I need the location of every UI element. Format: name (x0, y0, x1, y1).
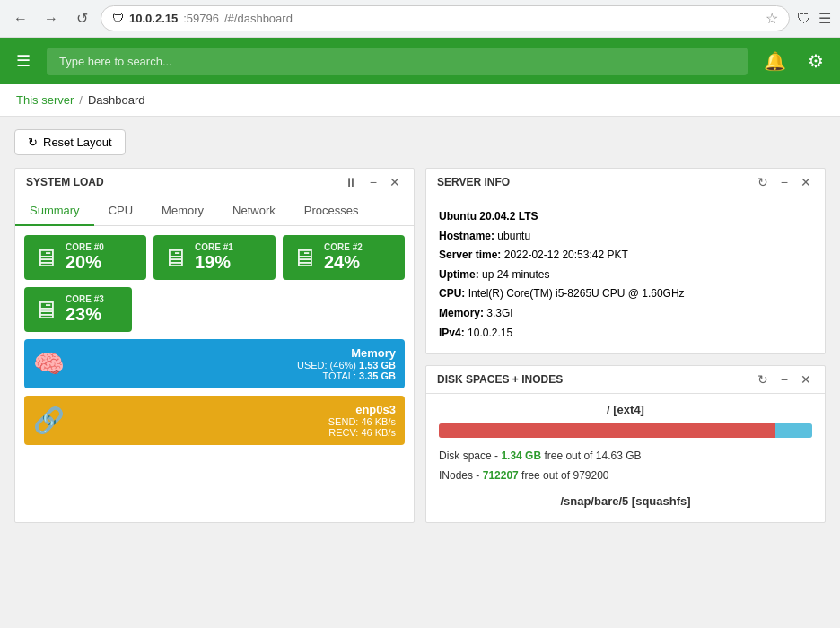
memory-total-value: 3.35 GB (359, 371, 396, 381)
core-3-pct: 23% (66, 304, 104, 325)
server-info-panel: SERVER INFO ↻ − ✕ Ubuntu 20.04.2 LTS Hos… (425, 168, 826, 354)
partition1-title: / [ext4] (439, 403, 812, 416)
address-bar[interactable]: 🛡 10.0.2.15:59796/#/dashboard ☆ (101, 5, 790, 31)
system-load-title: SYSTEM LOAD (26, 176, 335, 188)
disk-spaces-close[interactable]: ✕ (798, 373, 814, 386)
server-os-value: Ubuntu 20.04.2 LTS (439, 210, 538, 222)
breadcrumb-current: Dashboard (88, 93, 145, 107)
inodes-value: 712207 (483, 469, 519, 482)
disk-spaces-header: DISK SPACES + INODES ↻ − ✕ (426, 366, 825, 394)
core-1-info: CORE #1 19% (195, 242, 233, 273)
server-info-refresh[interactable]: ↻ (755, 176, 771, 188)
memory-info: Memory USED: (46%) 1.53 GB TOTAL: 3.35 G… (297, 346, 396, 381)
security-icon: 🛡 (112, 12, 124, 25)
send-value: 46 KB/s (361, 416, 396, 427)
tab-network[interactable]: Network (218, 196, 290, 226)
tab-summary[interactable]: Summary (15, 196, 94, 226)
bookmark-button[interactable]: ☆ (766, 10, 778, 27)
network-info: enp0s3 SEND: 46 KB/s RECV: 46 KB/s (328, 403, 396, 438)
partition2-title: /snap/bare/5 [squashfs] (439, 494, 812, 508)
hamburger-button[interactable]: ☰ (11, 46, 36, 76)
settings-button[interactable]: ⚙ (802, 45, 829, 77)
network-icon: 🔗 (33, 406, 65, 435)
url-port: :59796 (183, 12, 219, 25)
system-load-pause[interactable]: ⏸ (342, 176, 360, 188)
memory-total: TOTAL: 3.35 GB (297, 371, 396, 381)
disk-spaces-title: DISK SPACES + INODES (437, 373, 748, 386)
system-load-panel: SYSTEM LOAD ⏸ − ✕ Summary CPU Memory Net… (14, 168, 415, 523)
url-path: /#/dashboard (224, 12, 293, 25)
system-load-minimize[interactable]: − (367, 176, 380, 188)
tab-memory[interactable]: Memory (147, 196, 218, 226)
reload-button[interactable]: ↺ (70, 7, 93, 31)
system-load-tabs: Summary CPU Memory Network Processes (15, 196, 414, 226)
memory-row: Memory: 3.3Gi (439, 304, 812, 324)
disk-free-suffix: free out of (544, 449, 592, 462)
inodes-suffix: free out of 979200 (521, 469, 608, 482)
cores-grid: 🖥 CORE #0 20% 🖥 CORE #1 19% (24, 235, 405, 280)
back-button[interactable]: ← (9, 7, 32, 31)
server-os: Ubuntu 20.04.2 LTS (439, 207, 812, 227)
disk-spaces-refresh[interactable]: ↻ (755, 373, 771, 386)
server-info-body: Ubuntu 20.04.2 LTS Hostname: ubuntu Serv… (426, 196, 825, 353)
recv-label: RECV: (328, 427, 358, 438)
reset-icon: ↻ (28, 135, 38, 149)
disk-space-text: Disk space - 1.34 GB free out of 14.63 G… (439, 447, 812, 467)
server-info-title: SERVER INFO (437, 176, 748, 188)
core-3-card: 🖥 CORE #3 23% (24, 287, 132, 332)
main-content: ↻ Reset Layout SYSTEM LOAD ⏸ − ✕ Summary… (0, 117, 840, 624)
hostname-label: Hostname: (439, 230, 494, 242)
system-load-close[interactable]: ✕ (387, 176, 403, 188)
breadcrumb-separator: / (79, 93, 83, 107)
cpu-label: CPU: (439, 287, 465, 300)
core-1-pct: 19% (195, 252, 233, 273)
network-name: enp0s3 (328, 403, 396, 416)
disk-total: 14.63 GB (596, 449, 642, 462)
server-hostname-row: Hostname: ubuntu (439, 227, 812, 247)
recv-value: 46 KB/s (361, 427, 396, 438)
hostname-value: ubuntu (497, 230, 530, 242)
core-0-icon: 🖥 (33, 243, 58, 273)
core-3-name: CORE #3 (66, 294, 104, 304)
core-0-card: 🖥 CORE #0 20% (24, 235, 146, 280)
core-1-name: CORE #1 (195, 242, 233, 252)
url-host: 10.0.2.15 (129, 12, 178, 25)
menu-button[interactable]: ☰ (818, 10, 831, 27)
send-label: SEND: (328, 416, 359, 427)
system-load-header: SYSTEM LOAD ⏸ − ✕ (15, 169, 414, 196)
tab-cpu[interactable]: CPU (94, 196, 147, 226)
app-header: ☰ 🔔 ⚙ (0, 38, 840, 84)
uptime-label: Uptime: (439, 268, 479, 281)
forward-button[interactable]: → (39, 7, 63, 31)
notification-button[interactable]: 🔔 (758, 45, 792, 77)
disk-spaces-body: / [ext4] Disk space - 1.34 GB free out o… (426, 394, 825, 522)
disk-spaces-minimize[interactable]: − (778, 373, 791, 386)
reset-layout-button[interactable]: ↻ Reset Layout (14, 129, 126, 155)
core-0-info: CORE #0 20% (66, 242, 104, 273)
network-send: SEND: 46 KB/s (328, 416, 396, 427)
disk-bar-used (439, 423, 775, 438)
server-info-minimize[interactable]: − (778, 176, 791, 188)
uptime-row: Uptime: up 24 minutes (439, 266, 812, 285)
network-card: 🔗 enp0s3 SEND: 46 KB/s RECV: 46 KB/s (24, 396, 405, 445)
ipv4-value: 10.0.2.15 (468, 327, 512, 339)
breadcrumb-server-link[interactable]: This server (16, 93, 74, 107)
core-2-card: 🖥 CORE #2 24% (283, 235, 405, 280)
ipv4-row: IPv4: 10.0.2.15 (439, 324, 812, 344)
server-info-close[interactable]: ✕ (798, 176, 814, 188)
core-2-icon: 🖥 (292, 243, 317, 273)
memory-title: Memory (297, 346, 396, 360)
shield-button[interactable]: 🛡 (797, 11, 811, 27)
browser-chrome: ← → ↺ 🛡 10.0.2.15:59796/#/dashboard ☆ 🛡 … (0, 0, 840, 38)
core-0-pct: 20% (66, 252, 104, 273)
tab-processes[interactable]: Processes (290, 196, 373, 226)
search-input[interactable] (47, 48, 748, 75)
memory-icon: 🧠 (33, 349, 65, 379)
disk-free-label: Disk space - (439, 449, 498, 462)
disk-spaces-panel: DISK SPACES + INODES ↻ − ✕ / [ext4] Disk… (425, 365, 826, 523)
core-3-icon: 🖥 (33, 295, 58, 325)
memory-total-label: TOTAL: (322, 371, 356, 381)
breadcrumb: This server / Dashboard (0, 84, 840, 117)
memory-used: USED: (46%) 1.53 GB (297, 360, 396, 371)
server-time-label: Server time: (439, 249, 501, 261)
